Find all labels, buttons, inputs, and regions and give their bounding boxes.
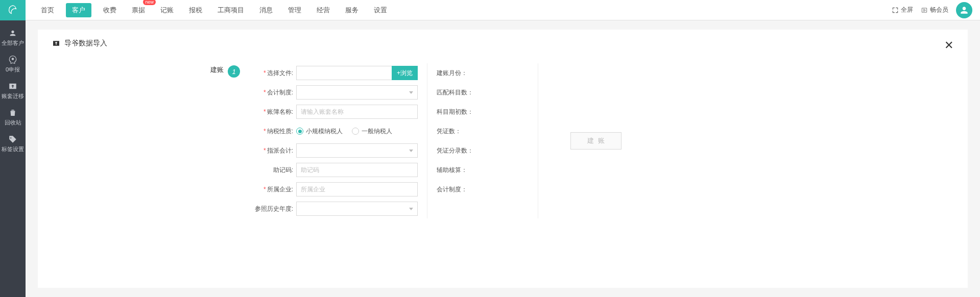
- people-icon: [8, 29, 17, 38]
- fullscreen-label: 全屏: [901, 6, 913, 14]
- nav-items: 首页 客户 收费 票据 new 记账 报税 工商项目 消息 管理 经营 服务 设…: [26, 0, 892, 20]
- sidebar-label: 0申报: [6, 66, 20, 73]
- info-voucher-entry: 凭证分录数：: [437, 141, 529, 160]
- nav-bookkeeping[interactable]: 记账: [153, 0, 181, 20]
- row-enterprise: *所属企业:: [249, 180, 418, 199]
- label-mnemonic: 助记码:: [249, 166, 296, 175]
- label-select-file: *选择文件:: [249, 69, 296, 78]
- form-middle: 建账月份： 匹配科目数： 科目期初数： 凭证数： 凭证分录数： 辅助核算： 会计…: [437, 63, 529, 218]
- sidebar-item-zero-declare[interactable]: 0申报: [0, 51, 26, 78]
- radio-small-scale[interactable]: 小规模纳税人: [296, 127, 343, 136]
- svg-point-0: [12, 58, 14, 60]
- row-book-name: *账簿名称:: [249, 102, 418, 121]
- select-dispatch-acc[interactable]: [296, 143, 418, 158]
- row-mnemonic: 助记码:: [249, 160, 418, 180]
- row-dispatch-acc: *指派会计:: [249, 141, 418, 160]
- nav-bill-label: 票据: [132, 6, 145, 14]
- label-ref-year: 参照历史年度:: [249, 205, 296, 213]
- panel-title: 导爷数据导入: [52, 39, 953, 48]
- sidebar-item-all-customers[interactable]: 全部客户: [0, 24, 26, 51]
- stage-text: 建账: [210, 65, 224, 75]
- info-voucher-count: 凭证数：: [437, 121, 529, 141]
- input-enterprise[interactable]: [296, 182, 418, 196]
- nav-right: 全屏 畅会员: [892, 2, 980, 18]
- sidebar-label: 标签设置: [2, 145, 24, 153]
- info-auxiliary: 辅助核算：: [437, 160, 529, 180]
- nav-manage[interactable]: 管理: [280, 0, 309, 20]
- top-nav: 首页 客户 收费 票据 new 记账 报税 工商项目 消息 管理 经营 服务 设…: [0, 0, 980, 20]
- stage-number-badge: 1: [228, 65, 240, 78]
- nav-bill[interactable]: 票据 new: [124, 0, 153, 20]
- transfer-icon: [8, 82, 17, 91]
- vertical-divider: [538, 63, 538, 218]
- panel-title-text: 导爷数据导入: [64, 39, 107, 48]
- import-panel: 导爷数据导入 ✕ 建账 1 *选择文件: +浏览: [38, 30, 968, 288]
- label-tax-nature: *纳税性质:: [249, 127, 296, 136]
- nav-service[interactable]: 服务: [338, 0, 366, 20]
- avatar[interactable]: [956, 2, 972, 18]
- info-acc-system: 会计制度：: [437, 180, 529, 199]
- browse-button[interactable]: +浏览: [392, 66, 418, 80]
- sidebar-label: 账套迁移: [2, 92, 24, 100]
- label-account-system: *会计制度:: [249, 88, 296, 97]
- row-ref-year: 参照历史年度:: [249, 199, 418, 218]
- tag-icon: [8, 135, 17, 144]
- label-dispatch-acc: *指派会计:: [249, 146, 296, 155]
- sidebar-item-recycle[interactable]: 回收站: [0, 104, 26, 131]
- nav-operate[interactable]: 经营: [309, 0, 338, 20]
- logo[interactable]: [0, 0, 26, 20]
- content-area: 导爷数据导入 ✕ 建账 1 *选择文件: +浏览: [26, 20, 980, 297]
- row-select-file: *选择文件: +浏览: [249, 63, 418, 83]
- fullscreen-button[interactable]: 全屏: [892, 6, 913, 14]
- import-icon: [52, 39, 60, 47]
- info-match-subjects: 匹配科目数：: [437, 83, 529, 102]
- close-button[interactable]: ✕: [944, 39, 953, 52]
- input-book-name[interactable]: [296, 105, 418, 119]
- row-tax-nature: *纳税性质: 小规模纳税人 一般纳税人: [249, 121, 418, 141]
- nav-message[interactable]: 消息: [252, 0, 280, 20]
- sidebar: 全部客户 0申报 账套迁移 回收站 标签设置: [0, 20, 26, 297]
- nav-tax[interactable]: 报税: [181, 0, 210, 20]
- nav-home[interactable]: 首页: [33, 0, 62, 20]
- body-wrap: 全部客户 0申报 账套迁移 回收站 标签设置 导爷数据导入 ✕: [0, 20, 980, 297]
- select-ref-year[interactable]: [296, 202, 418, 216]
- info-create-month: 建账月份：: [437, 63, 529, 83]
- stage-indicator: 建账 1: [210, 63, 240, 218]
- label-enterprise: *所属企业:: [249, 185, 296, 194]
- info-subject-initial: 科目期初数：: [437, 102, 529, 121]
- badge-icon: [8, 55, 17, 64]
- file-input[interactable]: [296, 66, 392, 80]
- member-button[interactable]: 畅会员: [921, 6, 948, 14]
- form-left: *选择文件: +浏览 *会计制度: *账簿名称:: [249, 63, 418, 218]
- nav-settings[interactable]: 设置: [366, 0, 395, 20]
- trash-icon: [8, 108, 17, 117]
- video-icon: [921, 7, 928, 14]
- row-account-system: *会计制度:: [249, 83, 418, 102]
- nav-charge[interactable]: 收费: [95, 0, 124, 20]
- label-book-name: *账簿名称:: [249, 108, 296, 116]
- radio-dot-icon: [352, 128, 359, 135]
- form-columns: *选择文件: +浏览 *会计制度: *账簿名称:: [249, 63, 644, 218]
- user-icon: [959, 5, 969, 15]
- select-account-system[interactable]: [296, 85, 418, 100]
- form-right: 建账: [547, 63, 644, 218]
- leaf-icon: [7, 5, 18, 16]
- sidebar-item-tag-settings[interactable]: 标签设置: [0, 131, 26, 157]
- fullscreen-icon: [892, 7, 899, 14]
- radio-dot-icon: [296, 128, 303, 135]
- sidebar-label: 全部客户: [2, 39, 24, 47]
- sidebar-item-migrate[interactable]: 账套迁移: [0, 78, 26, 104]
- radio-general[interactable]: 一般纳税人: [352, 127, 392, 136]
- vertical-divider: [427, 63, 427, 218]
- sidebar-label: 回收站: [5, 119, 21, 127]
- nav-customer[interactable]: 客户: [66, 3, 91, 17]
- create-account-button[interactable]: 建账: [570, 132, 622, 150]
- member-label: 畅会员: [930, 6, 948, 14]
- radio-group-tax: 小规模纳税人 一般纳税人: [296, 127, 392, 136]
- nav-business-project[interactable]: 工商项目: [210, 0, 252, 20]
- input-mnemonic[interactable]: [296, 163, 418, 177]
- form-wrap: 建账 1 *选择文件: +浏览 *会计制度:: [52, 63, 953, 218]
